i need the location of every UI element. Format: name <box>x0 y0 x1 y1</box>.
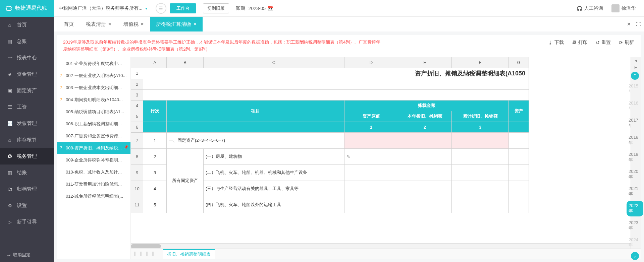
switch-old-button[interactable]: 切到旧版 <box>203 3 229 13</box>
sidebar-item-salary[interactable]: ☰工资 <box>0 99 54 115</box>
year-option[interactable]: 2020年 <box>627 167 643 182</box>
row-header[interactable]: 2 <box>131 79 143 89</box>
close-icon[interactable]: ✕ <box>108 22 111 26</box>
sidebar-item-assets[interactable]: ▣固定资产 <box>0 82 54 99</box>
cell[interactable]: 2 <box>143 148 167 165</box>
cell[interactable]: ✎ <box>344 148 398 165</box>
col-header[interactable]: G <box>509 57 529 68</box>
unpin-button[interactable]: ⇥取消固定 <box>0 248 54 262</box>
row-header[interactable]: 10 <box>131 181 143 197</box>
form-item-010[interactable]: 010-免税、减计收入及加计... <box>57 166 130 178</box>
fullscreen-icon[interactable]: ⛶ <box>636 21 641 27</box>
form-item-004[interactable]: ?004-期间费用明细表(A1040... <box>57 94 130 106</box>
cell[interactable] <box>398 165 452 181</box>
year-up-icon[interactable]: ⌃ <box>631 72 639 80</box>
refresh-button[interactable]: ⟳刷新 <box>619 40 634 46</box>
row-header[interactable]: 3 <box>131 89 143 100</box>
sidebar-item-settings[interactable]: ⚙设置 <box>0 197 54 214</box>
form-item-009[interactable]: 009-企业所得税弥补亏损明... <box>57 154 130 166</box>
row-header[interactable]: 8 <box>131 148 143 165</box>
year-down-icon[interactable]: ⌄ <box>631 252 639 260</box>
cell[interactable] <box>509 148 529 165</box>
row-header[interactable]: 4 <box>131 100 143 111</box>
spreadsheet[interactable]: A B C D E F G 1资产折旧、摊销及纳税调整明细表(A1050 2 3 <box>131 57 641 243</box>
form-list[interactable]: 001-企业所得税年度纳税申... ?002-一般企业收入明细表(A10... … <box>57 57 131 259</box>
cell[interactable] <box>398 197 452 213</box>
tab-vat[interactable]: 增值税✕ <box>117 17 150 31</box>
cell[interactable] <box>452 197 509 213</box>
cell[interactable] <box>509 165 529 181</box>
cell[interactable] <box>452 148 509 165</box>
sidebar-item-guide[interactable]: ▷新手引导 <box>0 214 54 230</box>
cell-merge[interactable]: 所有固定资产 <box>167 148 204 213</box>
year-option[interactable]: 2019年 <box>627 149 643 165</box>
tab-tax-list[interactable]: 税表清册✕ <box>80 17 117 31</box>
hscrollbar[interactable] <box>131 243 641 249</box>
sidebar-item-ledger[interactable]: ▤总账 <box>0 33 54 50</box>
year-option[interactable]: 2018年 <box>627 132 643 148</box>
year-option[interactable]: 2023年 <box>627 218 643 234</box>
select-all-cell[interactable] <box>131 57 143 68</box>
sidebar-item-inventory[interactable]: ⌂库存核算 <box>0 132 54 148</box>
cell[interactable] <box>509 181 529 197</box>
cell[interactable] <box>398 132 452 148</box>
cell[interactable]: (四）飞机、火车、轮船以外的运输工具 <box>204 197 344 213</box>
print-button[interactable]: 🖶打印 <box>572 40 588 46</box>
year-option[interactable]: 2016年 <box>627 98 643 114</box>
year-option[interactable]: 2024年 <box>627 235 643 251</box>
cell[interactable] <box>452 132 509 148</box>
cell[interactable] <box>344 181 398 197</box>
cell[interactable]: 4 <box>143 181 167 197</box>
row-header[interactable]: 9 <box>131 165 143 181</box>
cell[interactable]: (二）飞机、火车、轮船、机器、机械和其他生产设备 <box>204 165 344 181</box>
cell[interactable] <box>344 132 398 148</box>
cell[interactable]: 3 <box>143 165 167 181</box>
form-item-006[interactable]: 006-职工薪酬纳税调整明细... <box>57 118 130 130</box>
row-header[interactable]: 5 <box>131 111 143 122</box>
doc-icon[interactable]: ☰ <box>156 3 166 14</box>
close-icon[interactable]: ✕ <box>141 22 144 26</box>
col-header[interactable]: B <box>167 57 204 68</box>
cell[interactable] <box>344 165 398 181</box>
sidebar-item-reports[interactable]: ⬳报表中心 <box>0 50 54 66</box>
sidebar-item-tax[interactable]: ✪税务管理 <box>0 148 54 165</box>
col-header[interactable]: F <box>452 57 509 68</box>
reset-button[interactable]: ↺重置 <box>596 40 611 46</box>
col-header[interactable]: A <box>143 57 167 68</box>
sidebar-item-close[interactable]: ▥结账 <box>0 165 54 181</box>
period-value[interactable]: 2023-05 <box>249 6 266 11</box>
col-header[interactable]: D <box>344 57 398 68</box>
cell[interactable] <box>452 165 509 181</box>
form-item-003[interactable]: ?003-一般企业成本支出明细... <box>57 82 130 94</box>
cell[interactable]: 5 <box>143 197 167 213</box>
cell[interactable]: 一、固定资产(2+3+4+5+6+7) <box>167 132 344 148</box>
year-option[interactable]: 2021年 <box>627 184 643 199</box>
user-menu[interactable]: 徐泽华 <box>611 4 636 12</box>
cell[interactable]: (一）房屋、建筑物 <box>204 148 344 165</box>
form-item-011[interactable]: 011-研发费用加计扣除优惠... <box>57 178 130 190</box>
form-item-012[interactable]: 012-减免所得税优惠明细表(... <box>57 190 130 202</box>
close-tab-icon[interactable]: ✕ <box>627 21 631 27</box>
close-icon[interactable]: ✕ <box>193 22 197 26</box>
pin-icon[interactable]: 📌 <box>124 145 128 149</box>
tab-income-tax[interactable]: 所得税汇算清缴✕ <box>150 17 203 31</box>
row-header[interactable]: 6 <box>131 122 143 132</box>
cell[interactable] <box>344 197 398 213</box>
form-item-002[interactable]: ?002-一般企业收入明细表(A10... <box>57 70 130 82</box>
sheet-tab[interactable]: 折旧、摊销调整明细表 <box>163 249 215 259</box>
tab-home[interactable]: 首页 <box>58 17 80 31</box>
row-header[interactable]: 7 <box>131 132 143 148</box>
company-selector[interactable]: 中税网通广泽（天津）税务师事务所有... ▾ <box>54 5 152 11</box>
edit-icon[interactable]: ✎ <box>346 154 350 159</box>
form-item-005[interactable]: 005-纳税调整项目明细表(A1... <box>57 106 130 118</box>
col-header[interactable]: C <box>204 57 344 68</box>
row-header[interactable]: 1 <box>131 68 143 79</box>
sidebar-item-invoice[interactable]: 🧾发票管理 <box>0 115 54 132</box>
workspace-button[interactable]: 工作台 <box>170 3 196 13</box>
year-option[interactable]: 2015年 <box>627 81 643 97</box>
cell[interactable] <box>398 148 452 165</box>
sidebar-item-funds[interactable]: ¥资金管理 <box>0 66 54 82</box>
cell[interactable] <box>398 181 452 197</box>
consult-link[interactable]: 🎧 人工咨询 <box>577 5 603 11</box>
form-item-001[interactable]: 001-企业所得税年度纳税申... <box>57 58 130 70</box>
